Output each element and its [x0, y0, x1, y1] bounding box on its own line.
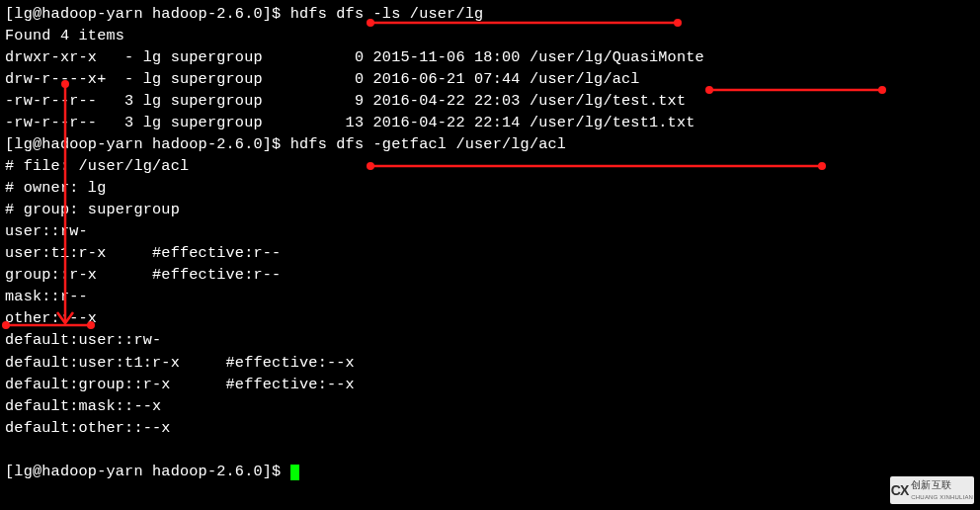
acl-line: user:t1:r-x #effective:r-- [5, 242, 975, 264]
ls-row: -rw-r--r-- 3 lg supergroup 9 2016-04-22 … [5, 90, 975, 112]
shell-prompt: [lg@hadoop-yarn hadoop-2.6.0]$ [5, 135, 290, 153]
acl-line: mask::r-- [5, 286, 975, 307]
acl-line: default:user:t1:r-x #effective:--x [5, 352, 975, 374]
acl-line: default:mask::--x [5, 395, 975, 417]
acl-line: other::--x [5, 307, 975, 329]
watermark-icon: CX [891, 480, 908, 500]
acl-line: # file: /user/lg/acl [5, 155, 975, 177]
acl-line: # owner: lg [5, 177, 975, 199]
ls-row: drw-r----x+ - lg supergroup 0 2016-06-21… [5, 68, 975, 90]
output-found: Found 4 items [5, 25, 975, 46]
acl-line: default:other::--x [5, 417, 975, 439]
acl-line: user::rw- [5, 220, 975, 242]
watermark-text-1: 创新互联 [911, 478, 973, 493]
cursor-block[interactable] [290, 465, 299, 480]
prompt-line-1: [lg@hadoop-yarn hadoop-2.6.0]$ hdfs dfs … [5, 3, 975, 25]
acl-line: default:group::r-x #effective:--x [5, 374, 975, 395]
command-2: hdfs dfs -getfacl /user/lg/acl [290, 135, 566, 153]
prompt-line-2: [lg@hadoop-yarn hadoop-2.6.0]$ hdfs dfs … [5, 133, 975, 155]
acl-line: group::r-x #effective:r-- [5, 264, 975, 286]
shell-prompt: [lg@hadoop-yarn hadoop-2.6.0]$ [5, 463, 290, 480]
shell-prompt: [lg@hadoop-yarn hadoop-2.6.0]$ [5, 5, 290, 23]
command-1: hdfs dfs -ls /user/lg [290, 5, 484, 23]
watermark-text-2: CHUANG XINHULIAN [911, 493, 973, 502]
acl-line: # group: supergroup [5, 199, 975, 220]
watermark-badge: CX 创新互联 CHUANG XINHULIAN [890, 476, 974, 504]
ls-row: drwxr-xr-x - lg supergroup 0 2015-11-06 … [5, 46, 975, 68]
ls-row: -rw-r--r-- 3 lg supergroup 13 2016-04-22… [5, 112, 975, 133]
acl-line: default:user::rw- [5, 329, 975, 351]
prompt-line-3: [lg@hadoop-yarn hadoop-2.6.0]$ [5, 461, 975, 482]
blank-line [5, 439, 975, 461]
